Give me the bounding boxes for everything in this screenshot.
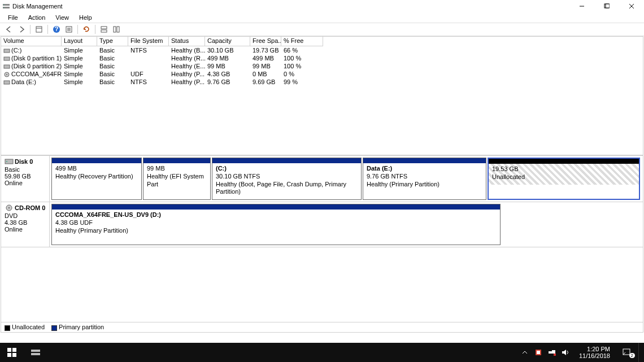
svg-point-28 xyxy=(6,161,7,162)
partition[interactable]: 99 MBHealthy (EFI System Part xyxy=(143,158,211,200)
cell-free: 99 MB xyxy=(250,63,281,69)
toolbar-separator xyxy=(77,25,78,34)
svg-rect-9 xyxy=(36,27,42,32)
cell-layout: Simple xyxy=(62,55,97,62)
col-pctfree[interactable]: % Free xyxy=(281,37,323,46)
taskbar-date: 11/16/2018 xyxy=(579,352,610,359)
cell-type: Basic xyxy=(97,47,128,54)
drive-icon xyxy=(3,64,10,69)
show-desktop-button[interactable] xyxy=(638,343,642,362)
drive-icon xyxy=(3,56,10,62)
disk-type: DVD xyxy=(5,212,46,219)
disk-label[interactable]: CD-ROM 0DVD4.38 GBOnline xyxy=(1,202,50,247)
disk-partitions: CCCOMA_X64FRE_EN-US_DV9 (D:)4.38 GB UDFH… xyxy=(50,202,643,247)
cell-free: 9.69 GB xyxy=(250,78,281,85)
partition-status: Healthy (Primary Partition) xyxy=(367,181,482,189)
properties-button[interactable] xyxy=(63,24,75,35)
cell-free: 19.73 GB xyxy=(250,47,281,54)
cell-pctfree: 100 % xyxy=(281,55,323,62)
tray-security-icon[interactable] xyxy=(534,348,543,357)
disk-size: 4.38 GB xyxy=(5,219,46,226)
volume-row[interactable]: CCCOMA_X64FRE...SimpleBasicUDFHealthy (P… xyxy=(1,70,643,78)
cell-free: 499 MB xyxy=(250,55,281,62)
help-button[interactable]: ? xyxy=(51,24,62,35)
partition-status: Healthy (EFI System Part xyxy=(147,173,207,189)
svg-rect-26 xyxy=(4,81,10,84)
taskbar-time: 1:20 PM xyxy=(579,346,610,352)
col-filesystem[interactable]: File System xyxy=(128,37,169,46)
cell-fs: UDF xyxy=(128,71,169,77)
tray-chevron-up-icon[interactable] xyxy=(520,348,529,357)
drive-icon xyxy=(3,80,10,85)
disk-state: Online xyxy=(5,226,46,233)
close-button[interactable] xyxy=(619,0,644,12)
notifications-button[interactable]: 2 xyxy=(619,348,634,357)
col-status[interactable]: Status xyxy=(169,37,205,46)
volume-row[interactable]: (C:)SimpleBasicNTFSHealthy (B...30.10 GB… xyxy=(1,46,643,54)
volume-row[interactable]: (Disk 0 partition 1)SimpleBasicHealthy (… xyxy=(1,54,643,62)
nav-back-button[interactable] xyxy=(3,24,15,35)
partition-size: 19.53 GB xyxy=(492,165,636,173)
svg-rect-23 xyxy=(4,65,10,68)
partition[interactable]: 499 MBHealthy (Recovery Partition) xyxy=(51,158,142,200)
partition-title: Data (E:) xyxy=(367,165,482,173)
partition-stripe xyxy=(212,158,361,163)
menu-file[interactable]: File xyxy=(3,14,23,21)
taskbar-app-diskmgmt[interactable] xyxy=(24,343,47,362)
disk-name: CD-ROM 0 xyxy=(15,204,45,211)
partition-size: 4.38 GB UDF xyxy=(55,219,497,227)
graphical-view-button[interactable] xyxy=(111,24,122,35)
menu-view[interactable]: View xyxy=(51,14,73,21)
disk-label[interactable]: Disk 0Basic59.98 GBOnline xyxy=(1,156,50,202)
partition-title: (C:) xyxy=(216,165,358,173)
svg-point-3 xyxy=(3,7,4,8)
svg-rect-38 xyxy=(31,353,40,355)
disk-icon xyxy=(5,204,14,212)
partition-stripe xyxy=(143,158,210,163)
tray-volume-icon[interactable] xyxy=(561,348,570,357)
svg-rect-34 xyxy=(12,348,16,352)
show-hide-console-button[interactable] xyxy=(33,24,45,35)
svg-point-30 xyxy=(8,207,10,208)
menu-bar: File Action View Help xyxy=(0,12,644,23)
partition[interactable]: (C:)30.10 GB NTFSHealthy (Boot, Page Fil… xyxy=(212,158,362,200)
partition-stripe xyxy=(52,204,500,210)
cell-capacity: 9.76 GB xyxy=(205,78,250,85)
volume-row[interactable]: Data (E:)SimpleBasicNTFSHealthy (P...9.7… xyxy=(1,78,643,86)
list-view-button[interactable] xyxy=(98,24,110,35)
tray-network-icon[interactable] xyxy=(547,348,556,357)
svg-rect-18 xyxy=(101,30,107,32)
taskbar-clock[interactable]: 1:20 PM 11/16/2018 xyxy=(575,346,615,359)
nav-forward-button[interactable] xyxy=(16,24,27,35)
menu-help[interactable]: Help xyxy=(75,14,97,21)
partition-stripe xyxy=(363,158,486,163)
window-controls xyxy=(569,0,644,12)
disk-icon xyxy=(5,158,14,166)
maximize-button[interactable] xyxy=(594,0,619,12)
volume-name: Data (E:) xyxy=(11,78,36,85)
partition-size: 499 MB xyxy=(55,165,138,173)
col-free[interactable]: Free Spa... xyxy=(250,37,281,46)
svg-rect-33 xyxy=(7,348,11,352)
cell-free: 0 MB xyxy=(250,71,281,77)
volume-row[interactable]: (Disk 0 partition 2)SimpleBasicHealthy (… xyxy=(1,62,643,70)
cell-status: Healthy (B... xyxy=(169,47,205,54)
partition[interactable]: 19.53 GBUnallocated xyxy=(488,158,640,200)
svg-rect-19 xyxy=(114,27,116,32)
start-button[interactable] xyxy=(0,343,24,362)
disk-partitions: 499 MBHealthy (Recovery Partition)99 MBH… xyxy=(50,156,643,202)
legend-primary: Primary partition xyxy=(51,324,104,330)
col-capacity[interactable]: Capacity xyxy=(205,37,250,46)
partition[interactable]: CCCOMA_X64FRE_EN-US_DV9 (D:)4.38 GB UDFH… xyxy=(51,204,501,245)
col-type[interactable]: Type xyxy=(97,37,128,46)
menu-action[interactable]: Action xyxy=(24,14,50,21)
refresh-button[interactable] xyxy=(81,24,92,35)
partition[interactable]: Data (E:)9.76 GB NTFSHealthy (Primary Pa… xyxy=(363,158,486,200)
minimize-button[interactable] xyxy=(569,0,594,12)
cell-pctfree: 100 % xyxy=(281,63,323,69)
svg-marker-44 xyxy=(562,350,566,355)
partition-status: Healthy (Recovery Partition) xyxy=(55,173,138,181)
legend-unallocated: Unallocated xyxy=(5,324,45,330)
col-volume[interactable]: Volume xyxy=(1,37,62,46)
col-layout[interactable]: Layout xyxy=(62,37,97,46)
